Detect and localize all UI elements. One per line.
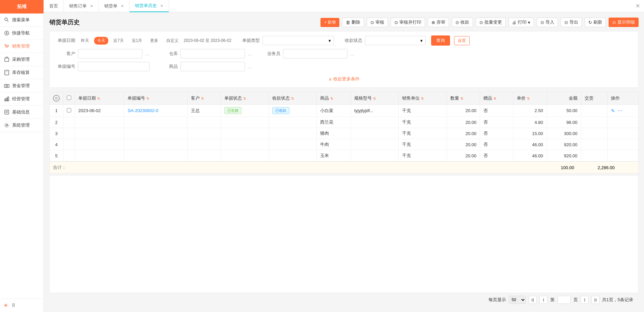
close-tab-sales-order[interactable]: ✕: [90, 0, 93, 12]
collect-status-select[interactable]: ▾: [365, 36, 426, 45]
th-doc-date[interactable]: 单据日期 ⇅: [75, 92, 124, 105]
prev-page-btn[interactable]: ⟨: [539, 296, 548, 304]
refresh-button[interactable]: ↻ 刷新: [585, 18, 606, 27]
page-number-input[interactable]: 1: [557, 296, 571, 304]
import-button[interactable]: ⊙ 导入: [537, 18, 558, 27]
th-doc-no[interactable]: 单据编号 ⇅: [124, 92, 188, 105]
show-detail-button[interactable]: ⊙ 显示明细: [609, 18, 639, 27]
cell-gift: 否: [480, 117, 513, 128]
cell-doc-no[interactable]: [124, 150, 188, 161]
next-page-btn[interactable]: ⟩: [581, 296, 589, 304]
date-tag-1month[interactable]: 近1月: [129, 37, 145, 45]
cell-collect-status: [269, 117, 317, 128]
cell-collect-status: [269, 139, 317, 150]
collapse-row[interactable]: ∧ 收起更多条件: [55, 75, 633, 83]
date-tag-more[interactable]: 更多: [147, 37, 161, 45]
th-goods[interactable]: 商品 ⇅: [317, 92, 351, 105]
cell-action: [608, 150, 638, 161]
sidebar-item-purchase-mgmt[interactable]: 采购管理: [0, 53, 44, 66]
close-tab-sales-goods[interactable]: ✕: [121, 0, 124, 12]
select-all-checkbox[interactable]: [67, 96, 71, 100]
column-settings-icon[interactable]: ⚙: [53, 95, 60, 102]
close-all-tabs[interactable]: ✕: [636, 3, 644, 9]
sun-icon[interactable]: ☀: [3, 302, 8, 309]
new-button[interactable]: + 新增: [320, 18, 339, 27]
th-qty[interactable]: 数量 ⇅: [447, 92, 480, 105]
sidebar-item-ops-mgmt[interactable]: 经营管理: [0, 93, 44, 106]
cell-doc-no[interactable]: [124, 117, 188, 128]
cell-doc-no[interactable]: [124, 139, 188, 150]
audit-button[interactable]: ⊙ 审核: [367, 18, 388, 27]
tab-home[interactable]: 首页: [44, 0, 64, 12]
cell-checkbox[interactable]: [63, 128, 75, 139]
tab-sales-goods[interactable]: 销货单 ✕: [99, 0, 130, 12]
first-page-btn[interactable]: ⟨⟨: [529, 296, 537, 304]
per-page-select[interactable]: 50 100 200: [509, 296, 526, 304]
query-button[interactable]: 查询: [431, 35, 450, 46]
doc-no-input[interactable]: [78, 62, 149, 71]
filter-panel: 单据日期 昨天 今天 近7天 近1月 更多 自定义 2023-06-02 至 2…: [49, 31, 639, 88]
customer-input[interactable]: [78, 49, 142, 58]
refresh-icon: ↻: [588, 20, 592, 25]
sidebar-item-quick-nav[interactable]: 快捷导航: [0, 27, 44, 40]
date-tag-yesterday[interactable]: 昨天: [78, 37, 92, 45]
cell-checkbox[interactable]: [63, 117, 75, 128]
detail-icon: ⊙: [612, 20, 616, 25]
th-collect-status[interactable]: 收款状态 ⇅: [269, 92, 317, 105]
page-header: 销货单历史 + 新增 🗑 删除 ⊙ 审核 ⊙ 审核并打印 ⊗ 弃审: [49, 18, 639, 27]
pause-icon[interactable]: ⏸: [11, 302, 16, 309]
cell-amount: 920.00: [547, 150, 581, 161]
warehouse-input[interactable]: [180, 49, 245, 58]
th-customer[interactable]: 客户 ⇅: [188, 92, 221, 105]
date-tag-custom[interactable]: 自定义: [163, 37, 181, 45]
print-button[interactable]: 🖨 打印 ▾: [508, 18, 534, 27]
row-checkbox[interactable]: [67, 108, 71, 112]
sidebar-item-basic-info[interactable]: 基础信息: [0, 106, 44, 119]
cell-qty: 20.00: [447, 117, 480, 128]
doc-no-link[interactable]: SA-20230602-0: [128, 108, 158, 113]
warehouse-dots[interactable]: …: [248, 51, 252, 56]
export-button[interactable]: ⊙ 导出: [561, 18, 582, 27]
cell-doc-no[interactable]: SA-20230602-0: [124, 105, 188, 117]
cell-doc-no[interactable]: [124, 128, 188, 139]
sidebar-item-search-menu[interactable]: 搜索菜单: [0, 14, 44, 27]
cell-goods: 小白菜: [317, 105, 351, 117]
date-tag-today[interactable]: 今天: [94, 37, 108, 45]
th-unit[interactable]: 销售单位 ⇅: [399, 92, 447, 105]
collect-button[interactable]: ⊙ 收款: [452, 18, 473, 27]
staff-dots[interactable]: …: [350, 51, 355, 56]
more-action-icon[interactable]: ⋯: [618, 108, 622, 113]
cell-checkbox[interactable]: [63, 139, 75, 150]
th-doc-status[interactable]: 单据状态 ⇅: [221, 92, 269, 105]
sidebar-item-sys-mgmt[interactable]: 系统管理: [0, 119, 44, 132]
data-table-wrapper: ⚙ 单据日期 ⇅ 单据编号: [49, 92, 639, 293]
th-price[interactable]: 单价 ⇅: [513, 92, 547, 105]
sidebar-item-sales-mgmt[interactable]: 销售管理: [0, 40, 44, 53]
goods-input[interactable]: [180, 62, 245, 71]
staff-input[interactable]: [283, 49, 347, 58]
goods-dots[interactable]: …: [248, 64, 252, 69]
th-gift[interactable]: 赠品 ⇅: [480, 92, 513, 105]
cell-customer: [188, 117, 221, 128]
close-tab-sales-goods-history[interactable]: ✕: [160, 0, 163, 12]
tab-sales-order[interactable]: 销售订单 ✕: [64, 0, 99, 12]
sidebar-item-finance[interactable]: 资金管理: [0, 79, 44, 93]
sidebar-item-inventory[interactable]: 库存核算: [0, 66, 44, 79]
batch-change-button[interactable]: ⊙ 批量变更: [476, 18, 506, 27]
horizontal-scrollbar[interactable]: [50, 173, 638, 176]
date-tag-7days[interactable]: 近7天: [110, 37, 127, 45]
audit-print-button[interactable]: ⊙ 审核并打印: [391, 18, 425, 27]
delete-button[interactable]: 🗑 删除: [342, 18, 364, 27]
discard-button[interactable]: ⊗ 弃审: [428, 18, 449, 27]
pagination: 每页显示 50 100 200 ⟨⟨ ⟨ 第 1 页 ⟩ ⟩⟩ 共1页，5条记录: [49, 293, 639, 307]
cell-checkbox[interactable]: [63, 105, 75, 117]
settings-button[interactable]: 设置: [454, 36, 470, 45]
tab-sales-goods-history[interactable]: 销货单历史 ✕: [130, 0, 169, 12]
customer-dots[interactable]: …: [145, 51, 149, 56]
page-title: 销货单历史: [49, 18, 80, 26]
th-spec[interactable]: 规格型号 ⇅: [351, 92, 398, 105]
cell-checkbox[interactable]: [63, 150, 75, 161]
edit-icon[interactable]: ✎: [611, 108, 615, 113]
doc-type-select[interactable]: ▾: [262, 36, 334, 45]
last-page-btn[interactable]: ⟩⟩: [591, 296, 599, 304]
